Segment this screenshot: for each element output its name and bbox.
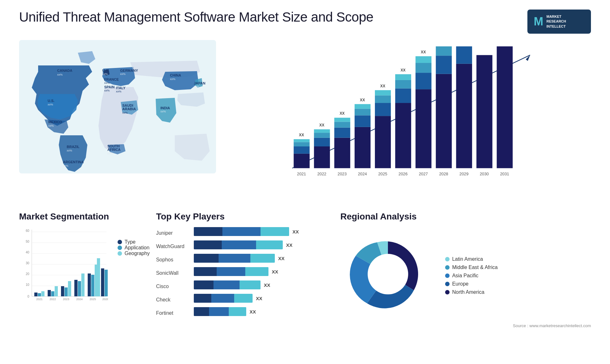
- svg-text:XX: XX: [299, 133, 304, 137]
- svg-text:2027: 2027: [419, 172, 428, 176]
- svg-text:0: 0: [27, 295, 29, 298]
- svg-text:xx%: xx%: [63, 164, 68, 167]
- svg-point-132: [368, 254, 408, 294]
- svg-text:GERMANY: GERMANY: [120, 69, 138, 72]
- page-title: Unified Threat Management Software Marke…: [19, 10, 373, 25]
- players-bars: XX XX: [194, 226, 334, 318]
- legend-latin-america: Latin America: [445, 256, 498, 262]
- xx-check: XX: [256, 296, 262, 301]
- svg-rect-108: [38, 293, 41, 296]
- svg-text:JAPAN: JAPAN: [194, 81, 206, 85]
- svg-text:2024: 2024: [358, 172, 367, 176]
- svg-text:ARABIA: ARABIA: [122, 107, 136, 111]
- svg-rect-86: [477, 55, 492, 168]
- svg-rect-55: [375, 116, 391, 168]
- legend-label-mea: Middle East & Africa: [452, 265, 498, 270]
- svg-text:xx%: xx%: [116, 90, 121, 93]
- svg-rect-43: [314, 129, 330, 133]
- svg-rect-116: [64, 287, 68, 296]
- svg-rect-85: [456, 46, 472, 64]
- svg-rect-66: [416, 73, 431, 89]
- svg-rect-63: [395, 74, 411, 80]
- svg-text:2026: 2026: [102, 298, 108, 301]
- legend-dot-europe: [445, 282, 450, 286]
- svg-text:50: 50: [26, 240, 30, 243]
- legend-label-geography: Geography: [125, 251, 150, 256]
- svg-rect-83: [436, 46, 452, 56]
- svg-rect-119: [74, 280, 78, 296]
- legend-label-apac: Asia Pacific: [452, 273, 478, 279]
- svg-rect-40: [314, 146, 330, 168]
- svg-rect-62: [395, 80, 411, 88]
- svg-rect-81: [436, 74, 452, 168]
- world-map-svg: CANADA xx% U.S. xx% MEXICO xx% BRAZIL xx…: [19, 40, 216, 173]
- svg-rect-107: [34, 293, 37, 296]
- legend-dot-type: [118, 240, 122, 244]
- svg-rect-36: [294, 146, 309, 154]
- svg-text:60: 60: [26, 229, 30, 233]
- svg-text:2031: 2031: [500, 172, 509, 176]
- svg-text:U.K.: U.K.: [102, 69, 109, 72]
- svg-text:MEXICO: MEXICO: [48, 120, 62, 124]
- svg-rect-37: [294, 142, 309, 146]
- legend-dot-application: [118, 246, 122, 250]
- xx-juniper: XX: [292, 229, 299, 234]
- svg-rect-117: [68, 281, 71, 296]
- svg-text:ITALY: ITALY: [116, 86, 126, 90]
- bar-juniper: [194, 227, 289, 236]
- regional-legend: Latin America Middle East & Africa Asia …: [445, 256, 498, 295]
- svg-rect-113: [55, 286, 58, 296]
- legend-dot-mea: [445, 265, 450, 270]
- svg-text:2025: 2025: [378, 172, 387, 176]
- source-text: Source : www.marketresearchintellect.com: [340, 323, 591, 328]
- bottom-section: Market Segmentation 0 10 20 30 40 50 60: [19, 212, 591, 364]
- svg-rect-56: [375, 103, 391, 116]
- svg-text:xx%: xx%: [57, 73, 63, 76]
- svg-text:40: 40: [26, 251, 30, 254]
- svg-text:10: 10: [26, 283, 30, 286]
- svg-text:xx%: xx%: [107, 152, 113, 155]
- svg-rect-115: [61, 286, 64, 296]
- player-juniper: Juniper: [156, 228, 184, 238]
- svg-text:2025: 2025: [90, 298, 96, 301]
- svg-rect-68: [416, 56, 431, 63]
- svg-rect-45: [334, 138, 350, 168]
- regional-section: Regional Analysis: [340, 212, 591, 364]
- svg-rect-41: [314, 138, 330, 146]
- regional-title: Regional Analysis: [340, 212, 591, 222]
- svg-text:2024: 2024: [76, 298, 83, 301]
- logo: M MARKET RESEARCH INTELLECT: [527, 10, 591, 34]
- xx-sophos: XX: [278, 256, 284, 261]
- legend-label-europe: Europe: [452, 281, 469, 287]
- xx-cisco: XX: [264, 282, 270, 288]
- svg-rect-84: [456, 64, 472, 168]
- svg-text:xx%: xx%: [102, 72, 108, 76]
- svg-text:2022: 2022: [50, 298, 56, 301]
- player-watchguard: WatchGuard: [156, 241, 184, 252]
- svg-text:XX: XX: [401, 68, 406, 72]
- bar-row-sophos: XX: [194, 253, 334, 263]
- svg-text:2022: 2022: [317, 172, 326, 176]
- svg-rect-112: [51, 291, 54, 296]
- legend-label-application: Application: [125, 245, 149, 251]
- svg-text:2026: 2026: [398, 172, 407, 176]
- legend-label-na: North America: [452, 289, 484, 295]
- svg-rect-35: [294, 154, 309, 168]
- bar-row-check: XX: [194, 293, 334, 303]
- legend-north-america: North America: [445, 289, 498, 295]
- svg-text:2021: 2021: [297, 172, 306, 176]
- svg-rect-53: [355, 104, 370, 109]
- trend-chart-section: XX XX XX: [226, 40, 591, 205]
- svg-text:XX: XX: [319, 123, 324, 127]
- svg-rect-38: [294, 139, 309, 142]
- svg-text:XX: XX: [340, 111, 345, 116]
- svg-rect-52: [355, 109, 370, 115]
- map-container: CANADA xx% U.S. xx% MEXICO xx% BRAZIL xx…: [19, 40, 216, 173]
- players-labels: Juniper WatchGuard Sophos SonicWall Cisc…: [156, 226, 184, 318]
- svg-rect-128: [105, 270, 108, 296]
- bar-chart-svg: XX XX XX: [226, 46, 591, 180]
- svg-text:xx%: xx%: [170, 78, 175, 81]
- svg-text:2029: 2029: [459, 172, 468, 176]
- svg-rect-123: [88, 273, 91, 296]
- bar-row-cisco: XX: [194, 280, 334, 290]
